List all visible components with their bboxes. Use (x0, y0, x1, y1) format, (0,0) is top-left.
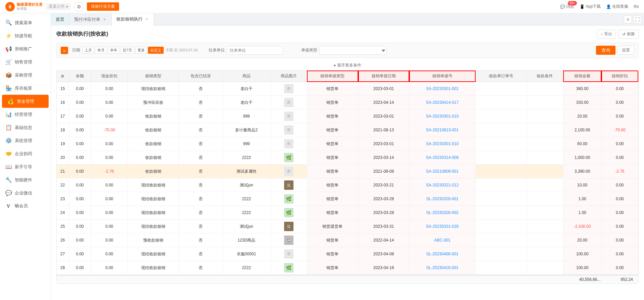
row-goods-img: 🌿 (270, 206, 307, 220)
row-balance: 0.00 (69, 123, 91, 137)
bill-no-link[interactable]: SA-20230414-017 (426, 100, 459, 105)
row-order-no (476, 192, 527, 206)
sidebar-item-search[interactable]: 🔍 搜索菜单 (0, 16, 51, 29)
row-cash-discount: 0.00 (91, 233, 127, 247)
date-btn-this-month[interactable]: 本月 (95, 47, 107, 54)
tab-home[interactable]: 首页 (51, 13, 69, 26)
tab-payment-verify[interactable]: 收款核销执行 × (112, 13, 154, 26)
date-btn-custom[interactable]: 自定义 (148, 47, 164, 54)
tab-close-all-button[interactable]: × (624, 15, 632, 24)
table-wrapper[interactable]: ⚙ 余额 现金折扣 核销类型 包含已结清 商品 商品图片 核销单据类型 核销单据… (56, 70, 639, 284)
date-btn-this-year[interactable]: 本年 (108, 47, 120, 54)
expand-more-button[interactable]: ▾ 展开更多条件 (56, 62, 639, 68)
row-goods-img: 图 (270, 123, 307, 137)
app-download-button[interactable]: 📱 App下载 (580, 4, 601, 9)
row-balance: 0.00 (69, 96, 91, 110)
sidebar-item-hardware[interactable]: 🔧 智能硬件 (0, 173, 51, 186)
row-bill-date: 2023-04-18 (358, 261, 409, 275)
sidebar-label-sales: 销售管理 (15, 59, 32, 65)
filter-date-item: 日期 上月 本月 本年 近7天 更多 自定义 (72, 47, 164, 54)
bill-no-link[interactable]: SA-20230314-008 (426, 155, 459, 160)
online-service-button[interactable]: 👤 在线客服 (606, 4, 628, 9)
sidebar-item-shortcut[interactable]: ⚡ 快捷导航 (0, 29, 51, 42)
date-btn-7days[interactable]: 近7天 (120, 47, 135, 54)
sidebar-item-management[interactable]: 📊 经营管理 (0, 108, 51, 121)
settings-icon[interactable]: ⚙ (74, 2, 84, 11)
row-no: 27 (57, 247, 69, 261)
date-range-text: 不限 至 2023-07-26 (166, 48, 198, 53)
row-bill-no: SL-20230328-001 (409, 192, 476, 206)
row-discount: 0.00 (601, 247, 638, 261)
row-amount: 2,100.00 (563, 123, 601, 137)
bill-no-link[interactable]: SA-20230301-001 (426, 86, 459, 91)
row-discount: 0.00 (601, 110, 638, 123)
sidebar-item-member[interactable]: V 畅会员 (0, 200, 51, 212)
date-label: 日期 (72, 47, 80, 53)
bill-no-link[interactable]: SA-20230321-012 (426, 183, 459, 187)
query-button[interactable]: 查询 (596, 46, 615, 55)
bill-no-link[interactable]: SA-20230301-010 (426, 114, 459, 119)
sidebar-item-finance[interactable]: 💰 资金管理 (2, 95, 49, 108)
industry-button[interactable]: 体验行业方案 (87, 2, 119, 11)
bill-no-link[interactable]: SL-20230408-001 (426, 252, 459, 256)
sidebar-item-basic[interactable]: 📋 基础信息 (0, 121, 51, 134)
row-order-no (476, 178, 527, 192)
bill-no-link[interactable]: SL-20230328-002 (426, 210, 459, 215)
filter-bar: » 日期 上月 本月 本年 近7天 更多 自定义 不限 至 20 (56, 43, 639, 58)
row-goods-img: 图 (270, 96, 307, 110)
tab-payment-close[interactable]: × (145, 16, 149, 22)
bill-no-link[interactable]: SA-20230331-026 (426, 224, 459, 229)
row-no: 21 (57, 165, 69, 178)
date-btn-last-month[interactable]: 上月 (82, 47, 94, 54)
bill-no-link[interactable]: SL-20230328-001 (426, 197, 459, 201)
date-btn-more[interactable]: 更多 (135, 47, 147, 54)
bill-no-link[interactable]: SA-20210813-001 (426, 128, 459, 132)
refresh-button[interactable]: ↺ 刷新 (619, 30, 639, 39)
bill-no-link[interactable]: ABC-001 (434, 238, 450, 243)
row-order-no (476, 261, 527, 275)
sidebar-item-inventory[interactable]: 🏪 库存核算 (0, 82, 51, 95)
row-bill-date: 2021-08-13 (358, 123, 409, 137)
row-goods-img: 🌿 (270, 261, 307, 275)
sidebar-item-system[interactable]: ⚙️ 系统管理 (0, 134, 51, 147)
sidebar-item-purchase[interactable]: 📦 采购管理 (0, 69, 51, 82)
tab-prepaid[interactable]: 预付冲应付单 × (69, 13, 112, 26)
row-balance: 0.00 (69, 178, 91, 192)
sidebar-item-sales[interactable]: 🛒 销售管理 (0, 55, 51, 69)
company-selector[interactable]: 某某公司 ▾ (46, 3, 71, 10)
bill-no-link[interactable]: SL-20230418-001 (426, 265, 459, 270)
sidebar-label-inventory: 库存核算 (15, 85, 32, 91)
partner-label: 往来单位 (209, 47, 225, 53)
refresh-label: 刷新 (627, 31, 635, 37)
tab-expand-button[interactable]: ⛶ (633, 15, 641, 24)
row-bill-type: 销货单 (307, 206, 358, 220)
message-button[interactable]: 💬 消息 99+ (560, 4, 574, 9)
row-bill-no: SA-20230301-010 (409, 137, 476, 151)
col-amount: 核销金额 (563, 71, 601, 82)
row-balance: 0.00 (69, 261, 91, 275)
partner-input[interactable] (227, 46, 283, 55)
tab-prepaid-close[interactable]: × (102, 17, 107, 22)
sidebar-item-guide[interactable]: 📖 新手引导 (0, 160, 51, 173)
col-settings[interactable]: ⚙ (57, 71, 69, 82)
export-button[interactable]: ↑ 导出 (597, 30, 616, 39)
row-payment-cond (527, 82, 563, 96)
row-goods: 多计量商品2 (222, 123, 270, 137)
row-discount: 0.00 (601, 178, 638, 192)
filter-expand-button[interactable]: » (61, 47, 68, 54)
sidebar-item-marketing[interactable]: 📢 营销推广 (0, 42, 51, 55)
row-goods-img: 🖼 (270, 178, 307, 192)
row-goods: 衣服00001 (222, 247, 270, 261)
row-discount: 0.00 (601, 220, 638, 233)
bill-no-link[interactable]: SA-20230301-010 (426, 141, 459, 146)
user-profile[interactable]: Rit (634, 4, 639, 9)
filter-settings-button[interactable]: 设置 (618, 46, 634, 55)
row-included: 否 (179, 192, 223, 206)
bill-no-link[interactable]: SA-20210808-001 (426, 169, 459, 174)
row-included: 否 (179, 247, 223, 261)
sidebar-item-collab[interactable]: 🤝 企业协同 (0, 147, 51, 160)
billtype-select[interactable] (319, 46, 386, 55)
row-goods: 999 (222, 110, 270, 123)
goods-img: 🌿 (284, 208, 293, 217)
sidebar-item-wechat[interactable]: 💬 企业微信 (0, 186, 51, 200)
